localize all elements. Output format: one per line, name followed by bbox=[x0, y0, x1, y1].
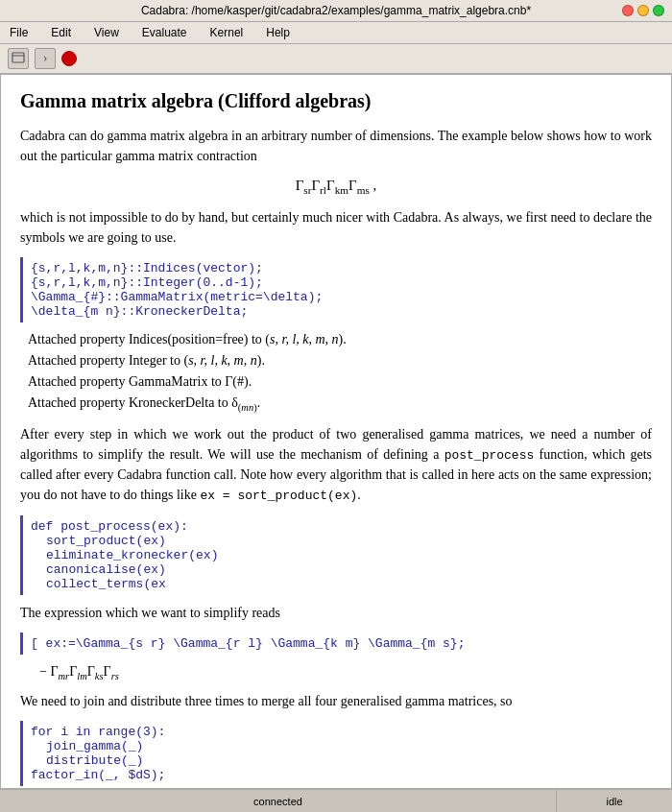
code-line: factor_in(_, $dS); bbox=[31, 768, 644, 782]
code-line: collect_terms(ex bbox=[31, 577, 644, 591]
menu-edit[interactable]: Edit bbox=[45, 24, 77, 41]
main-content: Gamma matrix algebra (Clifford algebras)… bbox=[0, 74, 672, 789]
maximize-button[interactable] bbox=[653, 5, 664, 16]
minimize-button[interactable] bbox=[637, 5, 649, 16]
status-idle: idle bbox=[557, 790, 672, 812]
code-line: [ ex:=\Gamma_{s r} \Gamma_{r l} \Gamma_{… bbox=[31, 636, 644, 651]
code-cell-1[interactable]: {s,r,l,k,m,n}::Indices(vector); {s,r,l,k… bbox=[20, 257, 652, 322]
code-line: \delta_{m n}::KroneckerDelta; bbox=[31, 304, 644, 319]
output-math-1: − ΓmrΓlmΓksΓrs bbox=[20, 662, 652, 683]
menu-view[interactable]: View bbox=[88, 24, 125, 41]
output-attached-3: Attached property GammaMatrix to Γ(#). bbox=[20, 372, 652, 392]
paragraph-2: which is not impossible to do by hand, b… bbox=[20, 207, 652, 248]
code-line: \Gamma_{#}::GammaMatrix(metric=\delta); bbox=[31, 290, 644, 304]
inline-code-1: post_process bbox=[444, 448, 535, 463]
inline-code-2: ex = sort_product(ex) bbox=[200, 489, 357, 503]
paragraph-1: Cadabra can do gamma matrix algebra in a… bbox=[20, 126, 652, 166]
stop-button[interactable] bbox=[61, 51, 77, 66]
menu-help[interactable]: Help bbox=[260, 24, 296, 41]
connected-label: connected bbox=[253, 796, 302, 807]
code-line: {s,r,l,k,m,n}::Indices(vector); bbox=[31, 261, 644, 275]
code-cell-3[interactable]: [ ex:=\Gamma_{s r} \Gamma_{r l} \Gamma_{… bbox=[20, 633, 652, 655]
idle-label: idle bbox=[606, 796, 622, 807]
page-heading: Gamma matrix algebra (Clifford algebras) bbox=[20, 90, 652, 112]
output-attached-4: Attached property KroneckerDelta to δ(mn… bbox=[20, 394, 652, 415]
code-line: sort_product(ex) bbox=[31, 534, 644, 548]
output-attached-1: Attached property Indices(position=free)… bbox=[20, 330, 652, 349]
paragraph-4: The expression which we want to simplify… bbox=[20, 603, 652, 623]
code-line: {s,r,l,k,m,n}::Integer(0..d-1); bbox=[31, 275, 644, 290]
paragraph-3: After every step in which we work out th… bbox=[20, 424, 652, 506]
close-button[interactable] bbox=[622, 5, 634, 16]
toolbar-btn-2[interactable]: › bbox=[35, 48, 56, 69]
code-line: join_gamma(_) bbox=[31, 739, 644, 753]
svg-rect-0 bbox=[12, 53, 24, 62]
code-cell-4[interactable]: for i in range(3): join_gamma(_) distrib… bbox=[20, 721, 652, 786]
code-cell-2[interactable]: def post_process(ex): sort_product(ex) e… bbox=[20, 515, 652, 595]
window-controls bbox=[622, 5, 664, 16]
status-connected: connected bbox=[0, 790, 557, 812]
title-bar: Cadabra: /home/kasper/git/cadabra2/examp… bbox=[0, 0, 672, 22]
code-line: def post_process(ex): bbox=[31, 519, 644, 534]
output-attached-2: Attached property Integer to (s, r, l, k… bbox=[20, 351, 652, 370]
math-display-1: ΓsrΓrlΓkmΓms , bbox=[20, 178, 652, 196]
menu-bar: File Edit View Evaluate Kernel Help bbox=[0, 22, 672, 44]
menu-file[interactable]: File bbox=[4, 24, 34, 41]
code-line: eliminate_kronecker(ex) bbox=[31, 548, 644, 562]
code-line: distribute(_) bbox=[31, 753, 644, 768]
status-bar: connected idle bbox=[0, 789, 672, 812]
code-line: canonicalise(ex) bbox=[31, 562, 644, 577]
toolbar: › bbox=[0, 44, 672, 74]
menu-evaluate[interactable]: Evaluate bbox=[136, 24, 193, 41]
paragraph-5: We need to join and distribute three tim… bbox=[20, 691, 652, 711]
menu-kernel[interactable]: Kernel bbox=[204, 24, 250, 41]
code-line: for i in range(3): bbox=[31, 725, 644, 739]
toolbar-btn-1[interactable] bbox=[8, 48, 29, 69]
window-title: Cadabra: /home/kasper/git/cadabra2/examp… bbox=[141, 4, 531, 17]
